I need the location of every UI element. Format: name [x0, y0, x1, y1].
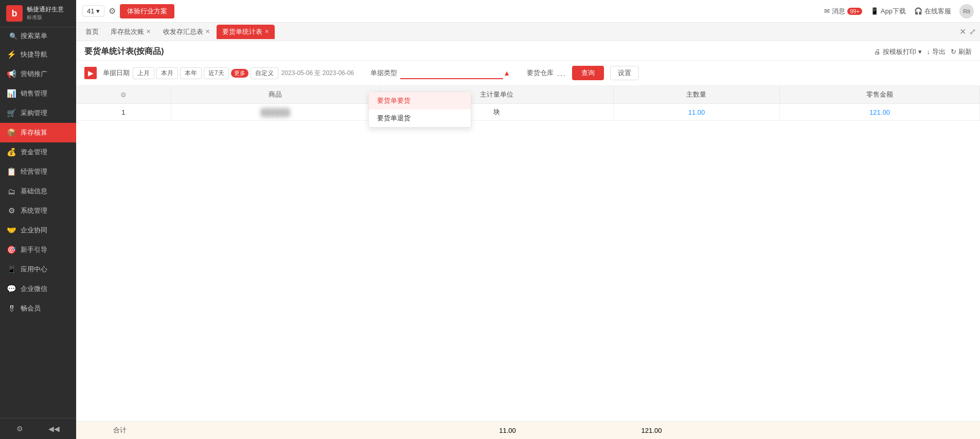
- warehouse-filter-group: 要货仓库 …: [527, 68, 566, 79]
- sidebar-item-base[interactable]: 🗂 基础信息: [0, 181, 76, 201]
- tab-close-icon[interactable]: ✕: [205, 28, 210, 35]
- sidebar-item-sales[interactable]: 📊 销售管理: [0, 84, 76, 103]
- th-quantity: 主数量: [613, 86, 779, 104]
- sidebar-item-quick-nav[interactable]: ⚡ 快捷导航: [0, 45, 76, 64]
- sidebar-item-marketing[interactable]: 📢 营销推广: [0, 64, 76, 84]
- sidebar-search[interactable]: 🔍 搜索菜单: [0, 27, 76, 45]
- date-custom-btn[interactable]: 自定义: [251, 67, 278, 79]
- page-title: 要货单统计表(按商品): [84, 46, 164, 57]
- footer-amount: 121.00: [631, 427, 672, 434]
- page-actions: 🖨 按模板打印 ▾ ↓ 导出 ↻ 刷新: [874, 47, 972, 57]
- sidebar-item-guide[interactable]: 🎯 新手引导: [0, 240, 76, 260]
- app-center-icon: 📱: [6, 264, 16, 275]
- tab-batch-account[interactable]: 库存批次账 ✕: [105, 25, 156, 39]
- marketing-icon: 📢: [6, 69, 16, 79]
- user-avatar[interactable]: Rit: [959, 4, 974, 19]
- collapse-btn[interactable]: ◀◀: [46, 423, 62, 435]
- date-range-display: 2023-05-06 至 2023-06-06: [281, 69, 354, 78]
- app-name: 畅捷通好生意: [27, 6, 64, 14]
- sidebar-item-label: 快捷导航: [21, 50, 47, 59]
- cell-seq: 1: [76, 104, 171, 121]
- dropdown-item-label: 要货单退货: [377, 114, 411, 122]
- company-value: 41: [87, 7, 94, 15]
- expand-icon[interactable]: ⤢: [969, 27, 976, 36]
- messages-badge: 99+: [847, 8, 862, 15]
- tab-label: 库存批次账: [111, 27, 144, 36]
- cell-product: ██████: [171, 104, 379, 121]
- filter-toggle-btn[interactable]: ▶: [84, 67, 97, 79]
- tab-close-icon[interactable]: ✕: [146, 28, 151, 35]
- dropdown-item-label: 要货单要货: [377, 97, 411, 104]
- topbar-left: 41 ▾ ⚙ 体验行业方案: [82, 4, 174, 19]
- type-filter-label: 单据类型: [370, 68, 397, 78]
- chevron-down-icon: ▾: [96, 7, 100, 15]
- close-all-icon[interactable]: ✕: [959, 27, 966, 36]
- export-btn[interactable]: ↓ 导出: [927, 47, 946, 57]
- tab-home[interactable]: 首页: [80, 25, 104, 39]
- trial-btn[interactable]: 体验行业方案: [120, 4, 174, 19]
- date-btn-last-month[interactable]: 上月: [133, 67, 154, 79]
- chevron-up-icon[interactable]: ▲: [503, 69, 510, 77]
- sidebar-item-wechat[interactable]: 💬 企业微信: [0, 279, 76, 299]
- tab-close-icon[interactable]: ✕: [264, 28, 269, 35]
- sidebar-item-label: 新手引导: [21, 245, 47, 254]
- print-btn[interactable]: 🖨 按模板打印 ▾: [874, 47, 922, 57]
- company-selector[interactable]: 41 ▾: [82, 5, 104, 17]
- tab-label: 收发存汇总表: [163, 27, 203, 36]
- settings-btn[interactable]: 设置: [610, 66, 639, 80]
- dropdown-item-order-goods[interactable]: 要货单要货: [369, 92, 471, 109]
- sidebar-item-finance[interactable]: 💰 资金管理: [0, 142, 76, 162]
- footer-quantity: 11.00: [487, 427, 528, 434]
- sidebar-item-label: 企业协同: [21, 226, 47, 235]
- sidebar-footer: ⚙ ◀◀: [0, 418, 76, 439]
- th-gear[interactable]: ⚙: [76, 86, 171, 104]
- app-logo-text: 畅捷通好生意 标准版: [27, 6, 64, 21]
- tab-label: 要货单统计表: [222, 27, 262, 36]
- footer-total-label: 合计: [113, 426, 127, 434]
- sidebar-item-label: 畅会员: [21, 304, 41, 313]
- type-input-wrapper: ▲: [400, 67, 510, 79]
- refresh-btn[interactable]: ↻ 刷新: [951, 47, 972, 57]
- dropdown-item-order-return[interactable]: 要货单退货: [369, 109, 471, 127]
- sidebar-item-app-center[interactable]: 📱 应用中心: [0, 260, 76, 279]
- type-filter-input[interactable]: [400, 67, 503, 79]
- app-version: 标准版: [27, 14, 64, 21]
- settings-icon[interactable]: ⚙: [14, 423, 25, 435]
- date-btn-this-year[interactable]: 本年: [180, 67, 202, 79]
- table-header-row: ⚙ 商品 主计量单位 主数量 零售金额: [76, 86, 980, 104]
- cell-amount[interactable]: 121.00: [780, 104, 980, 121]
- sidebar-item-inventory[interactable]: 📦 库存核算: [0, 123, 76, 142]
- refresh-label: 刷新: [958, 47, 972, 57]
- online-service-label: 在线客服: [924, 7, 951, 16]
- tab-receive-summary[interactable]: 收发存汇总表 ✕: [157, 25, 216, 39]
- date-btn-last-7-days[interactable]: 近7天: [204, 67, 229, 79]
- print-icon: 🖨: [874, 48, 881, 56]
- sidebar-item-enterprise[interactable]: 🤝 企业协同: [0, 221, 76, 240]
- tab-order-stats[interactable]: 要货单统计表 ✕: [217, 25, 275, 39]
- avatar-text: Rit: [963, 8, 970, 14]
- messages-btn[interactable]: ✉ 消息 99+: [824, 7, 862, 16]
- sidebar-item-operation[interactable]: 📋 经营管理: [0, 162, 76, 181]
- date-filter-group: 单据日期 上月 本月 本年 近7天 更多 自定义 2023-05-06 至 20…: [103, 67, 354, 79]
- base-icon: 🗂: [6, 186, 16, 196]
- sidebar-item-label: 应用中心: [21, 265, 47, 274]
- date-more-badge[interactable]: 更多: [231, 69, 248, 78]
- wechat-icon: 💬: [6, 284, 16, 294]
- date-btn-this-month[interactable]: 本月: [156, 67, 178, 79]
- app-download-btn[interactable]: 📱 App下载: [870, 7, 906, 16]
- filter-bar: ▶ 单据日期 上月 本月 本年 近7天 更多 自定义 2023-05-06 至 …: [76, 61, 980, 86]
- guide-icon: 🎯: [6, 245, 16, 255]
- sidebar-item-member[interactable]: 🎖 畅会员: [0, 299, 76, 318]
- cell-quantity[interactable]: 11.00: [613, 104, 779, 121]
- warehouse-more-icon[interactable]: …: [557, 68, 566, 79]
- sidebar-item-label: 经营管理: [21, 167, 47, 176]
- sidebar-item-purchase[interactable]: 🛒 采购管理: [0, 103, 76, 123]
- query-btn[interactable]: 查询: [572, 66, 604, 80]
- page-content: 要货单统计表(按商品) 🖨 按模板打印 ▾ ↓ 导出 ↻ 刷新 ▶: [76, 41, 980, 439]
- refresh-icon: ↻: [951, 48, 956, 56]
- sidebar-item-system[interactable]: ⚙ 系统管理: [0, 201, 76, 221]
- online-service-btn[interactable]: 🎧 在线客服: [914, 7, 951, 16]
- system-icon: ⚙: [6, 206, 16, 216]
- sidebar-item-label: 销售管理: [21, 89, 47, 98]
- topbar-gear-icon[interactable]: ⚙: [109, 6, 116, 16]
